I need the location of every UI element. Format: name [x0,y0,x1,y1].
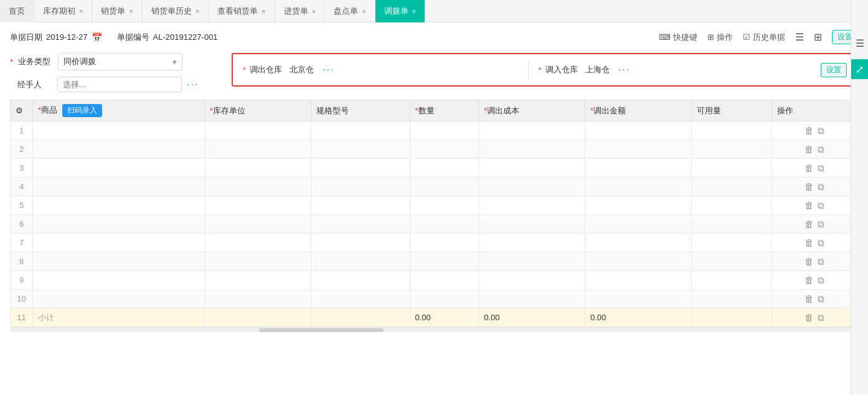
spec-cell[interactable] [311,178,410,196]
delete-icon[interactable]: 🗑 [804,219,814,229]
qty-cell[interactable] [410,215,479,234]
unit-cell[interactable] [204,121,311,140]
qty-cell[interactable] [410,178,479,196]
cost-cell[interactable] [479,215,585,234]
copy-icon[interactable]: ⧉ [818,181,824,193]
delete-icon[interactable]: 🗑 [804,181,814,192]
cost-cell[interactable] [479,271,585,290]
copy-icon[interactable]: ⧉ [818,312,824,323]
delete-icon[interactable]: 🗑 [804,275,814,285]
scrollbar-thumb[interactable] [259,328,384,332]
unit-cell[interactable] [204,140,311,159]
copy-icon[interactable]: ⧉ [818,293,824,305]
tab-inventory-init-close[interactable]: × [79,7,83,15]
spec-cell[interactable] [311,252,410,271]
handler-dots-btn[interactable]: ··· [187,79,199,90]
tab-sales-history-close[interactable]: × [196,7,199,15]
scan-button[interactable]: 扫码录入 [62,104,102,117]
spec-cell[interactable] [311,271,410,290]
available-cell[interactable] [691,271,771,290]
tab-purchase[interactable]: 进货单 × [275,0,325,22]
copy-icon[interactable]: ⧉ [818,275,824,286]
qty-cell[interactable] [410,252,479,271]
available-cell[interactable] [691,252,771,271]
product-cell[interactable] [33,271,205,290]
sidebar-list-icon[interactable]: ☰ [856,37,864,49]
copy-icon[interactable]: ⧉ [818,125,824,136]
amount-cell[interactable] [585,215,691,234]
delete-icon[interactable]: 🗑 [804,163,814,173]
horizontal-scrollbar[interactable] [10,327,858,332]
unit-cell[interactable] [204,271,311,290]
copy-icon[interactable]: ⧉ [818,219,824,230]
product-cell[interactable] [33,140,205,159]
spec-cell[interactable] [311,215,410,234]
available-cell[interactable] [691,140,771,159]
copy-icon[interactable]: ⧉ [818,237,824,249]
qty-cell[interactable] [410,271,479,290]
spec-cell[interactable] [311,159,410,178]
qty-cell[interactable] [410,140,479,159]
copy-icon[interactable]: ⧉ [818,256,824,267]
qty-cell[interactable] [410,196,479,215]
delete-icon[interactable]: 🗑 [804,237,814,248]
cost-cell[interactable] [479,196,585,215]
cost-cell[interactable] [479,140,585,159]
amount-cell[interactable] [585,178,691,196]
unit-cell[interactable] [204,234,311,252]
qty-cell[interactable] [410,290,479,308]
amount-cell[interactable] [585,234,691,252]
delete-icon[interactable]: 🗑 [804,293,814,304]
available-cell[interactable] [691,178,771,196]
copy-icon[interactable]: ⧉ [818,144,824,155]
cost-cell[interactable] [479,159,585,178]
cost-cell[interactable] [479,121,585,140]
spec-cell[interactable] [311,196,410,215]
calendar-icon[interactable]: 📅 [92,32,102,42]
tab-sales-order[interactable]: 销货单 × [92,0,142,22]
out-warehouse-dots[interactable]: ··· [323,64,334,75]
amount-cell[interactable] [585,159,691,178]
layout-icon-2[interactable]: ⊞ [814,31,822,43]
tab-sales-order-close[interactable]: × [129,7,133,15]
cost-cell[interactable] [479,178,585,196]
available-cell[interactable] [691,121,771,140]
delete-icon[interactable]: 🗑 [804,144,814,155]
available-cell[interactable] [691,196,771,215]
product-cell[interactable] [33,178,205,196]
shortcuts-btn[interactable]: ⌨ 快捷键 [659,32,697,43]
tab-purchase-close[interactable]: × [312,7,316,15]
tab-transfer[interactable]: 调拨单 × [375,0,425,22]
tab-inventory-init[interactable]: 库存期初 × [34,0,92,22]
warehouse-settings-button[interactable]: 设置 [821,63,847,77]
spec-cell[interactable] [311,290,410,308]
product-cell[interactable] [33,252,205,271]
delete-icon[interactable]: 🗑 [804,125,814,136]
unit-cell[interactable] [204,215,311,234]
qty-cell[interactable] [410,121,479,140]
amount-cell[interactable] [585,196,691,215]
delete-icon[interactable]: 🗑 [804,312,814,323]
business-type-select[interactable]: 同价调拨 ▾ [58,53,182,70]
gear-column-header[interactable]: ⚙ [11,100,33,121]
amount-cell[interactable] [585,290,691,308]
amount-cell[interactable] [585,252,691,271]
unit-cell[interactable] [204,290,311,308]
sidebar-expand-icon[interactable]: ⤢ [851,59,869,79]
tab-view-sales-close[interactable]: × [262,7,265,15]
available-cell[interactable] [691,159,771,178]
tab-view-sales[interactable]: 查看销货单 × [209,0,275,22]
product-cell[interactable] [33,215,205,234]
history-btn[interactable]: ☑ 历史单据 [743,32,785,43]
handler-input[interactable] [57,77,182,92]
delete-icon[interactable]: 🗑 [804,256,814,267]
tab-stocktake[interactable]: 盘点单 × [325,0,375,22]
tab-stocktake-close[interactable]: × [362,7,366,15]
cost-cell[interactable] [479,252,585,271]
product-cell[interactable] [33,121,205,140]
product-cell[interactable] [33,290,205,308]
operations-btn[interactable]: ⊞ 操作 [707,32,733,43]
copy-icon[interactable]: ⧉ [818,163,824,174]
product-cell[interactable] [33,234,205,252]
unit-cell[interactable] [204,159,311,178]
